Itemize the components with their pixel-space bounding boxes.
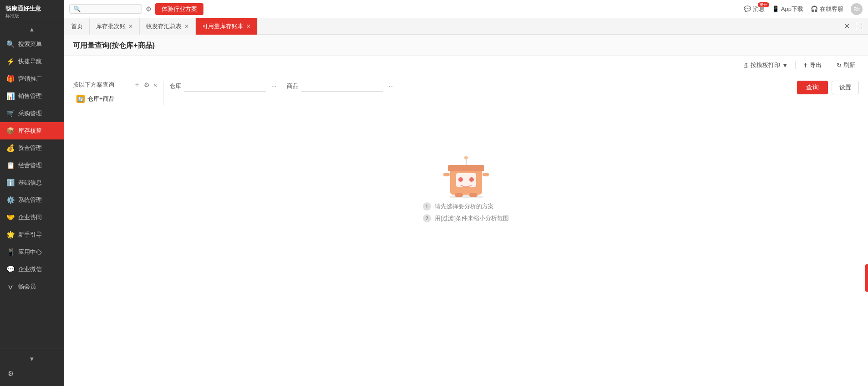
svg-rect-9	[482, 173, 489, 176]
svg-point-0	[449, 195, 483, 198]
tip-text: 请先选择要分析的方案	[435, 202, 494, 211]
tab-batch-ledger[interactable]: 库存批次账✕	[90, 18, 140, 35]
sidebar-label-system: 系统管理	[18, 196, 42, 204]
topbar-right: 💬 消息 99+ 📱 App下载 🎧 在线客服 Rit	[744, 3, 863, 15]
online-service-label: 在线客服	[820, 5, 843, 13]
warehouse-field: 仓库 ···	[169, 81, 279, 92]
sidebar-item-settings-bottom[interactable]: ⚙	[0, 365, 64, 382]
sidebar-item-operations[interactable]: 📋经营管理	[0, 157, 64, 174]
settings-bottom-icon: ⚙	[6, 370, 15, 378]
svg-point-5	[469, 177, 474, 182]
sidebar-item-system[interactable]: ⚙️系统管理	[0, 191, 64, 209]
filter-scheme-actions: ＋ ⚙ «	[133, 81, 158, 89]
sidebar-scroll-down[interactable]: ▼	[0, 353, 64, 365]
sidebar-item-inventory[interactable]: 📦库存核算	[0, 122, 64, 139]
sidebar-item-shortcut[interactable]: ⚡快捷导航	[0, 53, 64, 70]
sidebar-label-finance: 资金管理	[18, 144, 42, 152]
right-edge-indicator	[865, 264, 868, 292]
tip-text: 用[过滤]条件来缩小分析范围	[435, 214, 509, 222]
tab-close-batch-ledger[interactable]: ✕	[128, 23, 133, 30]
sidebar-label-search: 搜索菜单	[18, 40, 42, 48]
sidebar-label-sales: 销售管理	[18, 92, 42, 100]
tab-label-avail-ledger: 可用量库存账本	[202, 22, 244, 31]
sidebar-item-enterprise[interactable]: 🤝企业协同	[0, 209, 64, 226]
sidebar-item-marketing[interactable]: 🎁营销推广	[0, 70, 64, 87]
tab-home[interactable]: 首页	[64, 18, 90, 35]
tip-num: 2	[423, 214, 431, 222]
tab-close-btn[interactable]: ✕	[842, 22, 852, 31]
search-icon: 🔍	[73, 5, 81, 12]
tab-label-batch-ledger: 库存批次账	[96, 22, 126, 31]
page-content: 可用量查询(按仓库+商品) 🖨 按模板打印 ▼ ⬆ 导出 ↻ 刷新	[64, 35, 868, 386]
add-scheme-btn[interactable]: ＋	[133, 81, 141, 89]
refresh-btn[interactable]: ↻ 刷新	[833, 59, 859, 71]
warehouse-input[interactable]	[184, 81, 266, 92]
empty-tip: 2用[过滤]条件来缩小分析范围	[423, 214, 509, 222]
tab-close-avail-ledger[interactable]: ✕	[246, 23, 251, 30]
sidebar-icon-marketing: 🎁	[6, 75, 15, 83]
message-icon: 💬	[744, 5, 751, 12]
message-badge: 99+	[758, 2, 769, 7]
scheme-label: 仓库+商品	[87, 95, 115, 103]
empty-illustration-svg	[443, 148, 489, 198]
print-template-label: 按模板打印	[751, 61, 780, 69]
toolbar-sep-2	[829, 62, 829, 69]
tab-label-home: 首页	[71, 22, 83, 31]
page-header: 可用量查询(按仓库+商品)	[64, 35, 868, 56]
sidebar-logo-title: 畅康通好生意	[5, 5, 58, 13]
app-download-label: App下载	[781, 5, 803, 13]
svg-rect-11	[469, 193, 477, 197]
scheme-list: 🔄仓库+商品	[73, 93, 158, 105]
gear-icon[interactable]: ⚙	[146, 5, 152, 13]
empty-tips: 1请先选择要分析的方案2用[过滤]条件来缩小分析范围	[423, 202, 509, 222]
online-service-btn[interactable]: 🎧 在线客服	[811, 5, 843, 13]
export-btn[interactable]: ⬆ 导出	[799, 59, 825, 71]
refresh-label: 刷新	[843, 61, 855, 69]
sidebar-label-newguide: 新手引导	[18, 231, 42, 239]
sidebar-item-appcenter[interactable]: 📱应用中心	[0, 243, 64, 261]
sidebar-icon-wechat: 💬	[6, 265, 15, 273]
collapse-scheme-btn[interactable]: «	[152, 81, 158, 88]
filter-scheme-label: 按以下方案查询	[73, 81, 114, 89]
tab-close-recv-ledger[interactable]: ✕	[184, 23, 189, 30]
print-template-btn[interactable]: 🖨 按模板打印 ▼	[739, 59, 792, 71]
filter-fields: 仓库 ··· 商品 ···	[169, 81, 782, 92]
sidebar-label-operations: 经营管理	[18, 161, 42, 170]
svg-point-7	[464, 156, 468, 160]
tab-expand-btn[interactable]: ⛶	[853, 22, 864, 31]
sidebar-item-newguide[interactable]: 🌟新手引导	[0, 226, 64, 243]
search-input[interactable]	[81, 6, 138, 12]
product-input[interactable]	[301, 81, 383, 92]
sidebar-label-enterprise: 企业协同	[18, 213, 42, 221]
warehouse-more-btn[interactable]: ···	[269, 82, 279, 91]
topbar: 🔍 ⚙ 体验行业方案 💬 消息 99+ 📱 App下载 🎧 在线客服	[64, 0, 868, 18]
tabbar-actions: ✕ ⛶	[842, 22, 868, 31]
edit-scheme-btn[interactable]: ⚙	[143, 81, 151, 88]
sidebar-item-finance[interactable]: 💰资金管理	[0, 139, 64, 157]
sidebar-label-basic: 基础信息	[18, 179, 42, 187]
tab-recv-ledger[interactable]: 收发存汇总表✕	[140, 18, 196, 35]
filter-area: 按以下方案查询 ＋ ⚙ « 🔄仓库+商品 仓库	[64, 75, 868, 111]
user-avatar-area[interactable]: Rit	[851, 3, 863, 15]
app-download-btn[interactable]: 📱 App下载	[772, 5, 803, 13]
sidebar-item-basic[interactable]: ℹ️基础信息	[0, 174, 64, 191]
sidebar-item-member[interactable]: V畅会员	[0, 278, 64, 295]
query-btn[interactable]: 查询	[797, 81, 828, 94]
tip-num: 1	[423, 202, 431, 211]
sidebar-item-sales[interactable]: 📊销售管理	[0, 87, 64, 105]
sidebar-scroll-up[interactable]: ▲	[0, 23, 64, 36]
sidebar-item-wechat[interactable]: 💬企业微信	[0, 261, 64, 278]
settings-btn[interactable]: 设置	[832, 81, 859, 94]
sidebar-item-search[interactable]: 🔍搜索菜单	[0, 36, 64, 53]
main-area: 🔍 ⚙ 体验行业方案 💬 消息 99+ 📱 App下载 🎧 在线客服	[64, 0, 868, 386]
scheme-item[interactable]: 🔄仓库+商品	[73, 93, 158, 105]
search-box[interactable]: 🔍	[69, 4, 142, 14]
product-more-btn[interactable]: ···	[386, 82, 397, 91]
trial-btn[interactable]: 体验行业方案	[155, 3, 203, 15]
message-btn[interactable]: 💬 消息 99+	[744, 5, 765, 13]
sidebar-icon-basic: ℹ️	[6, 179, 15, 187]
print-dropdown-icon: ▼	[782, 62, 788, 69]
tab-avail-ledger[interactable]: 可用量库存账本✕	[196, 18, 258, 35]
sidebar-item-purchase[interactable]: 🛒采购管理	[0, 105, 64, 122]
svg-rect-10	[455, 193, 463, 197]
